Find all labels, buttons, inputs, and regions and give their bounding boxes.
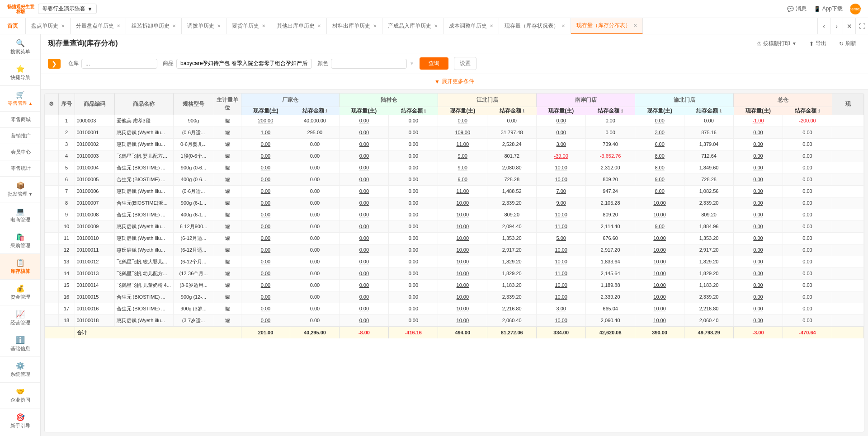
filter-arrow-btn[interactable]: ❯ (48, 59, 61, 69)
message-btn[interactable]: 💬 消息 (787, 5, 807, 13)
footer-zongcang-amt: -470.64 (783, 327, 832, 338)
table-row: 1300100012飞鹤星飞帆 较大婴儿配...(6-12个月...罐0.000… (45, 256, 864, 267)
th-no: 序号 (58, 94, 75, 115)
warehouse-input[interactable] (81, 59, 157, 69)
gear-icon[interactable]: ⚙ (49, 101, 54, 107)
sidebar-item-business[interactable]: 📈 经营管理 (0, 305, 40, 331)
th-changejia: 厂家仓 (241, 94, 340, 107)
app-download-btn[interactable]: 📱 App下载 (814, 5, 843, 13)
ecommerce-icon: 💻 (2, 207, 38, 216)
sidebar-item-collab[interactable]: 🤝 企业协同 (0, 383, 40, 408)
refresh-btn[interactable]: ↻ 刷新 (835, 38, 861, 49)
sidebar-item-search[interactable]: 🔍 搜索英单 (0, 34, 40, 60)
sidebar-item-wholesale[interactable]: 📦 批发管理▼ (0, 177, 40, 202)
guide-icon: 🎯 (2, 413, 38, 422)
business-icon: 📈 (2, 310, 38, 319)
close-chengben-icon[interactable]: ✕ (490, 23, 493, 28)
close-xiancun-state-icon[interactable]: ✕ (561, 23, 565, 28)
goods-input[interactable] (176, 59, 312, 69)
tab-xiancun-state[interactable]: 现存量（库存状况表） ✕ (499, 18, 571, 34)
tab-chengben[interactable]: 成本调整单历史 ✕ (443, 18, 499, 34)
page-header: 现存量查询(库存分布) 🖨 按模版打印 ▼ ⬆ 导出 ↻ 刷新 (41, 34, 868, 53)
basic-info-icon: ℹ️ (2, 336, 38, 344)
query-btn[interactable]: 查询 (420, 57, 448, 70)
tab-yaohuo[interactable]: 要货单历史 ✕ (226, 18, 271, 34)
sidebar-item-marketing[interactable]: 营销推广 (0, 128, 40, 144)
close-zuzhuan-icon[interactable]: ✕ (172, 23, 176, 28)
tab-cailiao[interactable]: 材料出库单历史 ✕ (327, 18, 382, 34)
close-cailiao-icon[interactable]: ✕ (373, 23, 377, 28)
tab-chuku[interactable]: 其他出库单历史 ✕ (271, 18, 327, 34)
sidebar-item-system[interactable]: ⚙️ 系统管理 (0, 357, 40, 383)
footer-yubei-qty: 390.00 (635, 327, 684, 338)
export-btn[interactable]: ⬆ 导出 (805, 38, 831, 49)
table-row: 10000003爱他美 虑萃3段900g罐200.0040,000.000.00… (45, 115, 864, 127)
footer-xian (832, 327, 864, 338)
sidebar-item-basic-info[interactable]: ℹ️ 基础信息 (0, 331, 40, 357)
sidebar-item-purchase[interactable]: 🛍️ 采购管理 (0, 228, 40, 254)
collab-icon: 🤝 (2, 387, 38, 396)
th-jiangbei-qty: 现存量(主) (438, 107, 487, 115)
quicknav-icon: ⭐ (2, 65, 38, 73)
table-row: 500100004合生元 (BIOSTIME) ...900g (0-6...罐… (45, 162, 864, 173)
table-row: 900100008合生元 (BIOSTIME) ...400g (6-1...罐… (45, 209, 864, 220)
color-input[interactable] (331, 59, 407, 69)
sidebar-item-appcenter[interactable]: 📱 应用中心 (0, 434, 40, 436)
close-yaohuo-icon[interactable]: ✕ (262, 23, 265, 28)
tab-diaopo[interactable]: 调拨单历史 ✕ (182, 18, 226, 34)
print-btn[interactable]: 🖨 按模版打印 ▼ (751, 38, 801, 49)
tab-xiancun-dist[interactable]: 现存量（库存分布表） ✕ (571, 18, 643, 34)
th-zongcang-qty: 现存量(主) (734, 107, 783, 115)
tab-zuzhuan[interactable]: 组装拆卸单历史 ✕ (126, 18, 182, 34)
th-spec: 规格型号 (173, 94, 214, 115)
tab-pandian[interactable]: 盘点单历史 ✕ (26, 18, 71, 34)
close-fenpandian-icon[interactable]: ✕ (117, 23, 120, 28)
footer-empty: 合计 (75, 327, 241, 338)
table-row: 400100003飞鹤星飞帆 婴儿配方奶...1段(0-6个...罐0.000.… (45, 150, 864, 162)
sidebar-item-finance[interactable]: 💰 资金管理 (0, 280, 40, 305)
industry-select[interactable]: 母婴行业演示陈套 ▼ (38, 4, 97, 14)
sidebar-item-member[interactable]: 会员中心 (0, 144, 40, 160)
tab-bar: 首页 盘点单历史 ✕ 分量盘点单历史 ✕ 组装拆卸单历史 ✕ 调拨单历史 ✕ 要… (0, 18, 868, 34)
expand-filter-bar: ▼ 展开更多条件 (41, 74, 868, 89)
expand-filter-btn[interactable]: ▼ 展开更多条件 (431, 76, 478, 87)
tab-next-btn[interactable]: › (830, 18, 843, 34)
tab-expand-btn[interactable]: ⛶ (855, 18, 868, 34)
refresh-icon: ↻ (839, 41, 844, 47)
table-row: 1700100016合生元 (BIOSTIME) ...900g (3岁...罐… (45, 303, 864, 314)
avatar[interactable]: demo2 (850, 4, 861, 14)
sidebar-item-retail-stats[interactable]: 零售统计 (0, 160, 40, 177)
tab-chengpin[interactable]: 产成品入库单历史 ✕ (382, 18, 443, 34)
print-chevron-icon: ▼ (792, 41, 797, 46)
footer-nanan-qty: 334.00 (537, 327, 586, 338)
print-icon: 🖨 (756, 41, 761, 47)
close-chuku-icon[interactable]: ✕ (317, 23, 321, 28)
filter-goods: 商品 (163, 59, 312, 69)
retail-mgmt-icon: 🛒 (2, 90, 38, 99)
tab-close-all-btn[interactable]: ✕ (843, 18, 855, 34)
sidebar-item-quicknav[interactable]: ⭐ 快捷导航 (0, 60, 40, 86)
sidebar-item-inventory[interactable]: 📋 库存核算 (0, 254, 40, 280)
top-bar: 畅捷通好生意 标版 母婴行业演示陈套 ▼ 💬 消息 📱 App下载 demo2 (0, 0, 868, 18)
sidebar-item-ecommerce[interactable]: 💻 电商管理 (0, 202, 40, 228)
table-row: 1400100013飞鹤星飞帆 幼儿配方奶...(12-36个月...罐0.00… (45, 267, 864, 279)
sidebar-item-retail-mgmt[interactable]: 🛒 零售管理▲ (0, 86, 40, 112)
table-container: ⚙ 序号 商品编码 商品名称 规格型号 主计量单位 厂家仓 陆村仓 江北门店 南… (44, 93, 864, 432)
tab-fenpandian[interactable]: 分量盘点单历史 ✕ (71, 18, 126, 34)
wholesale-icon: 📦 (2, 181, 38, 190)
close-diaopo-icon[interactable]: ✕ (217, 23, 221, 28)
th-settings[interactable]: ⚙ (45, 94, 58, 115)
color-label: 颜色 (317, 60, 328, 67)
footer-changejia-qty: 201.00 (241, 327, 290, 338)
settings-btn[interactable]: 设置 (454, 57, 476, 70)
sidebar-item-guide[interactable]: 🎯 新手引导 (0, 408, 40, 434)
close-chengpin-icon[interactable]: ✕ (434, 23, 438, 28)
tab-prev-btn[interactable]: ‹ (817, 18, 830, 34)
table-row: 800100007合生元(BIOSTIME)派...900g (6-1...罐0… (45, 197, 864, 209)
sidebar-item-retail-mall[interactable]: 零售商城 (0, 112, 40, 128)
tab-home[interactable]: 首页 (0, 18, 26, 34)
close-xiancun-dist-icon[interactable]: ✕ (633, 23, 637, 28)
close-pandian-icon[interactable]: ✕ (61, 23, 65, 28)
table-row: 1600100015合生元 (BIOSTIME) ...900g (12-...… (45, 291, 864, 303)
th-yubei: 渝北门店 (635, 94, 734, 107)
